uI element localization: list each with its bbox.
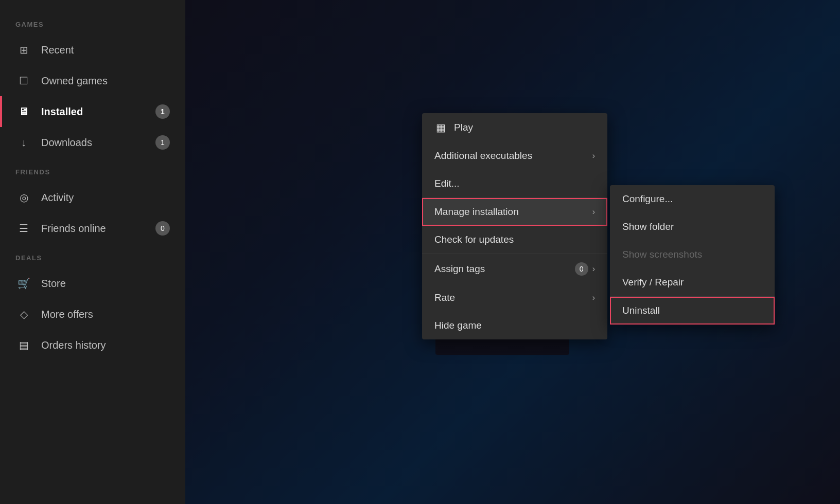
context-menu-rate[interactable]: Rate › xyxy=(422,284,607,312)
installed-icon: 🖥 xyxy=(15,103,32,120)
chevron-right-icon: › xyxy=(592,293,595,302)
context-menu-play[interactable]: ▦ Play xyxy=(422,113,607,142)
additional-executables-label: Additional executables xyxy=(434,150,532,161)
show-folder-label: Show folder xyxy=(622,221,674,232)
rate-label: Rate xyxy=(434,292,455,303)
context-menu-check-for-updates[interactable]: Check for updates xyxy=(422,226,607,254)
sidebar-item-friends-online[interactable]: ☰ Friends online 0 xyxy=(0,213,185,244)
installed-badge: 1 xyxy=(155,104,170,119)
sidebar-item-label: Downloads xyxy=(41,137,92,149)
orders-history-icon: ▤ xyxy=(15,337,32,353)
context-menu-hide-game[interactable]: Hide game xyxy=(422,312,607,339)
sidebar-item-store[interactable]: 🛒 Store xyxy=(0,268,185,299)
context-menu-manage-installation[interactable]: Manage installation › xyxy=(422,198,607,226)
activity-icon: ◎ xyxy=(15,189,32,206)
friends-online-icon: ☰ xyxy=(15,220,32,237)
context-menu: ▦ Play Additional executables › Edit... … xyxy=(422,113,607,339)
chevron-right-icon: › xyxy=(592,264,595,274)
context-menu-edit[interactable]: Edit... xyxy=(422,170,607,198)
assign-tags-label: Assign tags xyxy=(434,263,485,275)
friends-section-label: FRIENDS xyxy=(0,168,185,182)
sidebar-item-label: Friends online xyxy=(41,223,106,235)
sidebar-item-label: More offers xyxy=(41,309,93,320)
verify-repair-label: Verify / Repair xyxy=(622,277,684,288)
sidebar-item-more-offers[interactable]: ◇ More offers xyxy=(0,299,185,330)
context-menu-assign-tags[interactable]: Assign tags 0 › xyxy=(422,254,607,284)
configure-label: Configure... xyxy=(622,193,673,205)
downloads-badge: 1 xyxy=(155,135,170,150)
sidebar-item-label: Orders history xyxy=(41,339,106,351)
submenu-uninstall[interactable]: Uninstall xyxy=(610,297,775,325)
sidebar-item-owned-games[interactable]: ☐ Owned games xyxy=(0,65,185,96)
sidebar-item-downloads[interactable]: ↓ Downloads 1 xyxy=(0,127,185,158)
manage-installation-label: Manage installation xyxy=(434,206,519,218)
sidebar-item-label: Installed xyxy=(41,106,83,118)
submenu-show-folder[interactable]: Show folder xyxy=(610,213,775,241)
sidebar-item-label: Activity xyxy=(41,192,74,204)
chevron-right-icon: › xyxy=(592,151,595,160)
owned-games-icon: ☐ xyxy=(15,73,32,89)
downloads-icon: ↓ xyxy=(15,134,32,151)
sidebar-item-label: Store xyxy=(41,278,66,290)
sidebar-item-installed[interactable]: 🖥 Installed 1 xyxy=(0,96,185,127)
submenu-show-screenshots: Show screenshots xyxy=(610,241,775,268)
tags-badge: 0 xyxy=(575,262,588,276)
context-menu-play-label: Play xyxy=(454,122,473,133)
sidebar-item-orders-history[interactable]: ▤ Orders history xyxy=(0,330,185,361)
edit-label: Edit... xyxy=(434,178,460,189)
uninstall-label: Uninstall xyxy=(622,305,660,316)
sidebar-item-label: Recent xyxy=(41,44,74,56)
sidebar-item-recent[interactable]: ⊞ Recent xyxy=(0,34,185,65)
submenu-configure[interactable]: Configure... xyxy=(610,185,775,213)
submenu-verify-repair[interactable]: Verify / Repair xyxy=(610,268,775,297)
check-for-updates-label: Check for updates xyxy=(434,234,514,245)
sidebar-item-activity[interactable]: ◎ Activity xyxy=(0,182,185,213)
show-screenshots-label: Show screenshots xyxy=(622,249,702,260)
friends-online-badge: 0 xyxy=(155,221,170,236)
recent-icon: ⊞ xyxy=(15,42,32,58)
context-menu-additional-executables[interactable]: Additional executables › xyxy=(422,142,607,170)
store-icon: 🛒 xyxy=(15,275,32,292)
play-icon: ▦ xyxy=(434,121,447,134)
more-offers-icon: ◇ xyxy=(15,306,32,322)
hide-game-label: Hide game xyxy=(434,320,482,331)
sidebar-item-label: Owned games xyxy=(41,75,108,87)
chevron-right-icon: › xyxy=(592,207,595,217)
submenu-manage-installation: Configure... Show folder Show screenshot… xyxy=(610,185,775,325)
deals-section-label: DEALS xyxy=(0,254,185,268)
games-section-label: GAMES xyxy=(0,21,185,34)
sidebar: GAMES ⊞ Recent ☐ Owned games 🖥 Installed… xyxy=(0,0,185,504)
